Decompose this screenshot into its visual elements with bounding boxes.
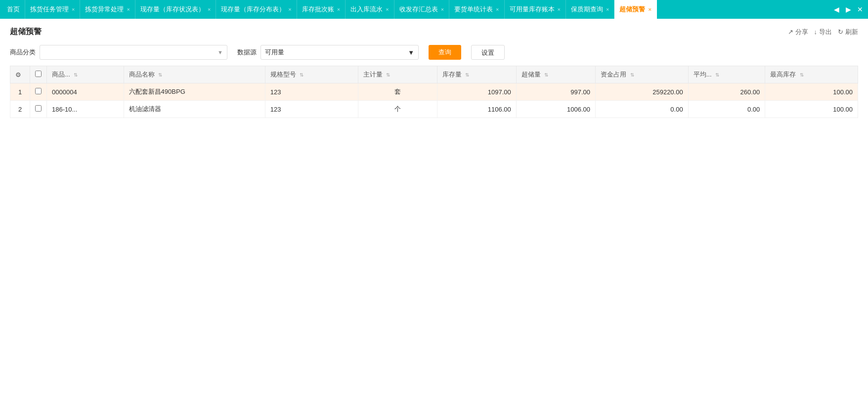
category-select[interactable]: ▼ <box>40 45 227 60</box>
nav-item-9[interactable]: 可用量库存账本× <box>505 0 566 19</box>
category-dropdown-icon: ▼ <box>217 49 223 55</box>
cell-capital: 0.00 <box>595 101 688 118</box>
nav-close-11[interactable]: × <box>648 6 651 12</box>
query-button[interactable]: 查询 <box>429 45 461 60</box>
th-capital[interactable]: 资金占用 ⇅ <box>595 66 688 83</box>
refresh-label: 刷新 <box>845 28 858 37</box>
cell-avg: 260.00 <box>688 83 765 101</box>
cell-overstock: 1006.00 <box>516 101 595 118</box>
th-stock[interactable]: 库存量 ⇅ <box>437 66 516 83</box>
nav-item-3[interactable]: 现存量（库存状况表）× <box>135 0 216 19</box>
nav-item-1[interactable]: 拣货任务管理× <box>25 0 80 19</box>
share-icon: ↗ <box>788 28 793 36</box>
cell-overstock: 997.00 <box>516 83 595 101</box>
refresh-button[interactable]: ↻ 刷新 <box>838 28 858 37</box>
th-max-stock[interactable]: 最高库存 ⇅ <box>765 66 858 83</box>
nav-item-2[interactable]: 拣货异常处理× <box>80 0 135 19</box>
nav-close-5[interactable]: × <box>337 6 340 12</box>
nav-item-label-9: 可用量库存账本 <box>510 5 555 14</box>
nav-item-11[interactable]: 超储预警× <box>614 0 656 19</box>
th-product-name[interactable]: 商品名称 ⇅ <box>124 66 265 83</box>
cell-seq: 2 <box>10 101 30 118</box>
cell-stock: 1097.00 <box>437 83 516 101</box>
nav-item-label-2: 拣货异常处理 <box>85 5 124 14</box>
datasource-value: 可用量 <box>265 48 284 57</box>
nav-scroll-area: 首页拣货任务管理×拣货异常处理×现存量（库存状况表）×现存量（库存分布表）×库存… <box>2 0 830 19</box>
settings-button[interactable]: 设置 <box>471 45 505 60</box>
nav-item-label-6: 出入库流水 <box>350 5 383 14</box>
cell-product-name: 机油滤清器 <box>124 101 265 118</box>
select-all-checkbox[interactable] <box>35 71 42 77</box>
nav-item-label-1: 拣货任务管理 <box>30 5 69 14</box>
nav-item-label-0: 首页 <box>7 5 20 14</box>
export-button[interactable]: ↓ 导出 <box>814 28 832 37</box>
nav-item-4[interactable]: 现存量（库存分布表）× <box>216 0 297 19</box>
nav-item-8[interactable]: 要货单统计表× <box>449 0 504 19</box>
sort-icon-overstock: ⇅ <box>544 72 548 78</box>
cell-product-code: 186-10... <box>47 101 124 118</box>
cell-spec: 123 <box>265 83 358 101</box>
table-body: 10000004六配套新昌490BPG123套1097.00997.002592… <box>10 83 858 118</box>
nav-item-label-3: 现存量（库存状况表） <box>140 5 205 14</box>
cell-product-code: 0000004 <box>47 83 124 101</box>
nav-item-label-10: 保质期查询 <box>571 5 603 14</box>
sort-icon-code: ⇅ <box>74 72 78 78</box>
nav-close-2[interactable]: × <box>127 6 130 12</box>
nav-close-10[interactable]: × <box>606 6 609 12</box>
cell-unit: 套 <box>358 83 437 101</box>
cell-capital: 259220.00 <box>595 83 688 101</box>
th-product-code[interactable]: 商品... ⇅ <box>47 66 124 83</box>
nav-close-4[interactable]: × <box>288 6 291 12</box>
th-unit[interactable]: 主计量 ⇅ <box>358 66 437 83</box>
table-header-row: ⚙ 商品... ⇅ 商品名称 ⇅ 规格型号 ⇅ 主计量 <box>10 66 858 83</box>
nav-close-8[interactable]: × <box>496 6 499 12</box>
nav-item-0[interactable]: 首页 <box>2 0 25 19</box>
nav-close-1[interactable]: × <box>72 6 75 12</box>
table-row: 2186-10...机油滤清器123个1106.001006.000.000.0… <box>10 101 858 118</box>
datasource-select[interactable]: 可用量 ▼ <box>260 45 419 60</box>
category-filter: 商品分类 ▼ <box>10 45 227 60</box>
th-overstock[interactable]: 超储量 ⇅ <box>516 66 595 83</box>
row-checkbox-0[interactable] <box>35 88 42 94</box>
nav-prev-btn[interactable]: ◀ <box>830 0 842 19</box>
datasource-filter: 数据源 可用量 ▼ <box>237 45 419 60</box>
share-button[interactable]: ↗ 分享 <box>788 28 808 37</box>
th-avg[interactable]: 平均... ⇅ <box>688 66 765 83</box>
row-checkbox-1[interactable] <box>35 105 42 112</box>
nav-item-label-11: 超储预警 <box>619 5 645 14</box>
export-label: 导出 <box>819 28 832 37</box>
nav-close-btn[interactable]: ✕ <box>854 0 866 19</box>
share-label: 分享 <box>795 28 808 37</box>
sort-icon-name: ⇅ <box>158 72 162 78</box>
table-header: ⚙ 商品... ⇅ 商品名称 ⇅ 规格型号 ⇅ 主计量 <box>10 66 858 83</box>
export-icon: ↓ <box>814 28 818 36</box>
nav-close-9[interactable]: × <box>558 6 561 12</box>
nav-item-5[interactable]: 库存批次账× <box>297 0 346 19</box>
nav-item-6[interactable]: 出入库流水× <box>346 0 394 19</box>
nav-close-7[interactable]: × <box>441 6 444 12</box>
cell-stock: 1106.00 <box>437 101 516 118</box>
nav-close-6[interactable]: × <box>386 6 389 12</box>
nav-item-10[interactable]: 保质期查询× <box>566 0 614 19</box>
nav-item-label-7: 收发存汇总表 <box>399 5 438 14</box>
nav-next-btn[interactable]: ▶ <box>842 0 854 19</box>
sort-icon-unit: ⇅ <box>386 72 390 78</box>
nav-item-label-5: 库存批次账 <box>302 5 334 14</box>
page-header: 超储预警 ↗ 分享 ↓ 导出 ↻ 刷新 <box>10 27 858 37</box>
page-content: 超储预警 ↗ 分享 ↓ 导出 ↻ 刷新 商品分类 ▼ 数据源 <box>0 19 868 395</box>
th-spec[interactable]: 规格型号 ⇅ <box>265 66 358 83</box>
cell-max-stock: 100.00 <box>765 101 858 118</box>
th-gear[interactable]: ⚙ <box>10 66 30 83</box>
nav-bar: 首页拣货任务管理×拣货异常处理×现存量（库存状况表）×现存量（库存分布表）×库存… <box>0 0 868 19</box>
header-actions: ↗ 分享 ↓ 导出 ↻ 刷新 <box>788 28 859 37</box>
nav-close-3[interactable]: × <box>208 6 211 12</box>
nav-item-7[interactable]: 收发存汇总表× <box>394 0 449 19</box>
cell-checkbox <box>30 101 47 118</box>
th-checkbox <box>30 66 47 83</box>
sort-icon-spec: ⇅ <box>300 72 304 78</box>
data-table: ⚙ 商品... ⇅ 商品名称 ⇅ 规格型号 ⇅ 主计量 <box>10 66 858 118</box>
sort-icon-max-stock: ⇅ <box>800 72 804 78</box>
gear-icon: ⚙ <box>15 71 21 79</box>
nav-item-label-4: 现存量（库存分布表） <box>221 5 285 14</box>
page-title: 超储预警 <box>10 27 42 37</box>
